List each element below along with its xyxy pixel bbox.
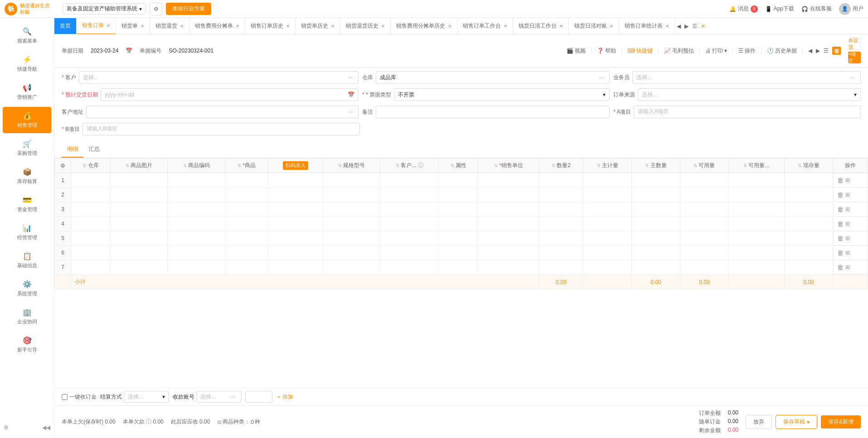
tab-sales-workbench[interactable]: 销售订单工作台 ✕ (457, 18, 513, 34)
sidebar-item-guide[interactable]: 🎯 新手引导 (3, 332, 51, 358)
delete-row-icon[interactable]: 🗑 (837, 220, 844, 227)
cell-product[interactable] (225, 173, 268, 188)
tab-close-icon[interactable]: ✕ (141, 24, 144, 29)
order-source-select[interactable]: 选择... ▾ (638, 88, 861, 101)
cell-customer-code[interactable] (380, 173, 439, 188)
customer-addr-input[interactable]: ··· (86, 106, 359, 118)
staff-select[interactable]: 选择... ··· (632, 71, 861, 84)
tab-sales-slip-history[interactable]: 销货单历史 ✕ (296, 18, 340, 34)
messages-button[interactable]: 🔔 消息 9 (729, 5, 758, 13)
receipt-no-select[interactable]: 选择... ··· (196, 391, 242, 403)
cell-warehouse[interactable] (71, 173, 111, 188)
save-new-button[interactable]: 保存&新增 (821, 415, 861, 428)
card-view-icon[interactable]: ▦ (832, 47, 841, 55)
tab-summary[interactable]: 汇总 (83, 142, 105, 158)
payment-amount-input[interactable]: 0.00 (245, 391, 272, 403)
cell-qty2[interactable] (539, 173, 583, 188)
cell-actions[interactable]: 🗑 ⊞ (833, 202, 868, 217)
add-payment-button[interactable]: ＋ 添加 (276, 393, 293, 401)
tab-close-icon[interactable]: ✕ (381, 24, 385, 29)
copy-row-icon[interactable]: ⊞ (845, 192, 850, 198)
tab-sales-order[interactable]: 销售订单 ✕ (77, 18, 116, 34)
history-button[interactable]: 🕐 历史单据 (767, 47, 797, 55)
copy-row-icon[interactable]: ⊞ (845, 206, 850, 212)
shortcut-button[interactable]: ⌨ 快捷键 (627, 47, 653, 55)
cell-attributes[interactable] (439, 173, 478, 188)
print-button[interactable]: 🖨 打印 ▾ (705, 47, 727, 55)
cell-actions[interactable]: 🗑 ⊞ (833, 217, 868, 231)
calendar-icon[interactable]: 📅 (348, 91, 354, 98)
tab-sales-expense-split[interactable]: 销售费用分摊单 ✕ (189, 18, 245, 34)
sidebar-item-finance[interactable]: 💳 资金管理 (3, 191, 51, 217)
tab-next-nav[interactable]: ▶ (683, 23, 690, 29)
delete-row-icon[interactable]: 🗑 (837, 235, 844, 242)
delivery-date-input[interactable]: yyyy-mm-dd 📅 (101, 88, 359, 101)
calendar-icon[interactable]: 📅 (126, 48, 132, 54)
help-button[interactable]: ❓ 帮助 (597, 47, 616, 55)
th-settings[interactable]: ⚙ (55, 159, 71, 173)
cell-main-qty[interactable] (632, 173, 680, 188)
more-icon[interactable]: ··· (346, 74, 354, 81)
operations-button[interactable]: ☰ 操作 (738, 47, 756, 55)
tab-sales-slip[interactable]: 销货单 ✕ (116, 18, 150, 34)
save-draft-button[interactable]: 保存草稿 ▾ (776, 415, 817, 429)
cell-product-code[interactable] (168, 173, 225, 188)
more-icon[interactable]: ··· (597, 74, 606, 81)
cell-sales-unit[interactable] (478, 173, 539, 188)
tab-prev-nav[interactable]: ◀ (675, 23, 683, 29)
tab-return-history[interactable]: 销货退货历史 ✕ (340, 18, 391, 34)
one-click-checkbox[interactable]: 一键收订金 (62, 393, 97, 401)
sidebar-item-inventory[interactable]: 📦 库存核算 (3, 163, 51, 189)
cell-available2[interactable] (728, 173, 784, 188)
circle-icon[interactable]: ⊙ (217, 419, 222, 425)
tab-close-icon[interactable]: ✕ (610, 24, 613, 29)
sidebar-item-enterprise[interactable]: 🏢 企业协同 (3, 303, 51, 330)
sidebar-item-marketing[interactable]: 📢 营销推广 (3, 79, 51, 105)
more-icon[interactable]: ··· (346, 109, 354, 115)
tab-close-icon[interactable]: ✕ (665, 24, 669, 29)
delete-row-icon[interactable]: 🗑 (837, 264, 844, 271)
tab-sales-stats[interactable]: 销售订单统计表 ✕ (619, 18, 675, 34)
tab-sales-order-history[interactable]: 销售订单历史 ✕ (245, 18, 296, 34)
tab-daily-workbench[interactable]: 钱货日清工作台 ✕ (513, 18, 569, 34)
customer-select[interactable]: 选择... ··· (79, 71, 359, 84)
settings-button[interactable]: ⚙ (150, 3, 162, 15)
copy-row-icon[interactable]: ⊞ (845, 264, 850, 270)
invoice-select[interactable]: 不开票 ▾ (394, 88, 610, 101)
cell-scan[interactable] (268, 173, 323, 188)
copy-row-icon[interactable]: ⊞ (845, 235, 850, 241)
online-service-button[interactable]: 🎧 在线客服 (801, 5, 832, 13)
tab-close-icon[interactable]: ✕ (286, 24, 290, 29)
system-selector[interactable]: 装备及固定资产辅助管理系统 ▾ (63, 3, 146, 14)
tab-daily-reconcile[interactable]: 钱货日清对账 ✕ (569, 18, 619, 34)
discard-button[interactable]: 放弃 (746, 415, 772, 429)
remarks-input[interactable] (376, 106, 610, 118)
tab-close-icon[interactable]: ✕ (448, 24, 451, 29)
payment-method-select[interactable]: 选择... ▾ (124, 391, 169, 403)
tab-close-icon[interactable]: ✕ (180, 24, 184, 29)
sidebar-item-purchase[interactable]: 🛒 采购管理 (3, 135, 51, 161)
warehouse-select[interactable]: 成品库 ··· (376, 71, 610, 84)
copy-row-icon[interactable]: ⊞ (845, 177, 850, 183)
project-a-input[interactable]: 请输入A项目 (634, 106, 861, 118)
cell-actions[interactable]: 🗑 ⊞ (833, 188, 868, 202)
cell-current-stock[interactable] (785, 173, 833, 188)
industry-button[interactable]: 体验行业方案 (166, 3, 211, 15)
delete-row-icon[interactable]: 🗑 (837, 206, 844, 213)
copy-row-icon[interactable]: ⊞ (845, 221, 850, 227)
tab-close-icon[interactable]: ✕ (559, 24, 563, 29)
tab-menu-icon[interactable]: ☰ (690, 23, 699, 29)
tab-close-icon[interactable]: ✕ (504, 24, 507, 29)
sidebar-item-basic[interactable]: 📋 基础信息 (3, 247, 51, 274)
scan-button[interactable]: 扫码录入 (283, 161, 308, 170)
cell-available[interactable] (680, 173, 728, 188)
delete-row-icon[interactable]: 🗑 (837, 249, 844, 256)
delete-row-icon[interactable]: 🗑 (837, 177, 844, 184)
project-b-input[interactable]: 请输入B项目 (82, 123, 360, 135)
right-settings-button[interactable]: ⚙设置 (848, 38, 861, 50)
tab-detail[interactable]: 明细 (62, 142, 83, 158)
profit-button[interactable]: 📈 毛利预估 (664, 47, 694, 55)
view-button[interactable]: 🎬 视频 (567, 47, 586, 55)
more-icon[interactable]: ··· (229, 394, 238, 400)
tab-home[interactable]: 首页 (54, 18, 77, 34)
